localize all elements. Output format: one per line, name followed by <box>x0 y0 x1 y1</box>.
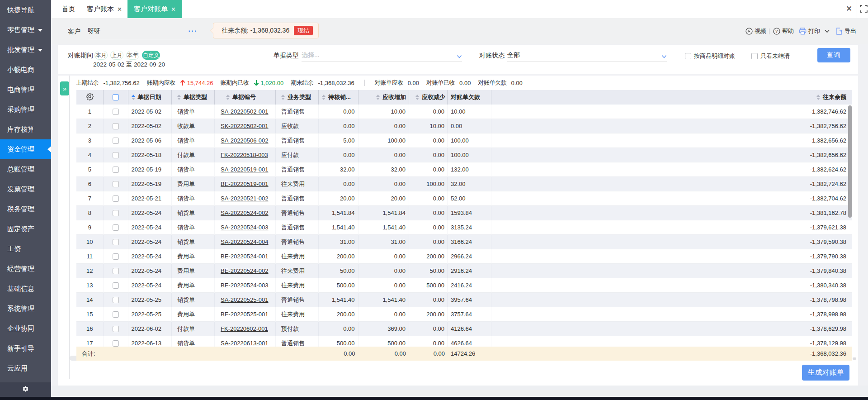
doc-code-link[interactable]: BE-20220519-001 <box>221 181 269 187</box>
tab-close-icon[interactable]: ✕ <box>117 6 122 12</box>
status-select[interactable]: 全部 <box>507 48 667 62</box>
row-checkbox[interactable] <box>113 210 119 216</box>
sidebar-item-label: 总账管理 <box>7 165 34 173</box>
sidebar-item-11[interactable]: 税务管理 <box>0 199 51 219</box>
sidebar-item-4[interactable]: 小畅电商 <box>0 60 51 80</box>
period-option-3[interactable]: 本年 <box>126 51 139 60</box>
doc-code-link[interactable]: SA-20220502-001 <box>221 108 269 115</box>
by-product-checkbox[interactable]: 按商品明细对账 <box>685 52 735 60</box>
sort-icon[interactable] <box>281 95 285 100</box>
doc-code-link[interactable]: FK-20220518-003 <box>221 152 268 158</box>
doc-code-link[interactable]: SA-20220524-002 <box>221 210 269 216</box>
doc-code-link[interactable]: SA-20220524-004 <box>221 238 269 245</box>
sidebar-item-13[interactable]: 工资 <box>0 239 51 259</box>
period-option-4[interactable]: 自定义 <box>142 51 160 60</box>
sort-icon[interactable] <box>177 95 181 100</box>
sidebar-item-18[interactable]: 新手引导 <box>0 338 51 358</box>
sort-icon[interactable] <box>376 95 380 100</box>
select-all-checkbox[interactable] <box>113 94 119 100</box>
sort-icon[interactable] <box>415 95 419 100</box>
doc-code-link[interactable]: SA-20220521-002 <box>221 195 269 202</box>
sidebar-item-14[interactable]: 经营管理 <box>0 259 51 279</box>
close-page-icon[interactable]: ✕ <box>842 2 856 16</box>
row-checkbox[interactable] <box>113 253 119 260</box>
sidebar-item-1[interactable]: 快捷导航 <box>0 0 51 20</box>
doc-code-link[interactable]: BE-20220524-002 <box>221 267 269 274</box>
period-option-1[interactable]: 本月 <box>94 51 108 60</box>
running-balance: -1,382,624.62 <box>810 166 846 173</box>
customer-input[interactable]: 呀呀 ··· <box>88 22 200 40</box>
sort-icon[interactable] <box>816 95 820 100</box>
row-checkbox[interactable] <box>113 340 119 347</box>
tab-3[interactable]: 客户对账单✕ <box>127 0 182 18</box>
sort-icon[interactable] <box>322 95 326 100</box>
export-button[interactable]: 导出 <box>835 27 856 35</box>
cash-settle-badge[interactable]: 现结 <box>294 26 313 35</box>
sidebar-item-12[interactable]: 固定资产 <box>0 219 51 239</box>
row-checkbox[interactable] <box>113 109 119 115</box>
doc-code-link[interactable]: SA-20220525-001 <box>221 296 269 303</box>
tab-close-icon[interactable]: ✕ <box>171 6 176 12</box>
query-button[interactable]: 查询 <box>817 48 850 62</box>
row-checkbox[interactable] <box>113 195 119 202</box>
sidebar-item-9[interactable]: 总账管理 <box>0 159 51 179</box>
sidebar-item-10[interactable]: 发票管理 <box>0 179 51 199</box>
doc-code-link[interactable]: SK-20220502-001 <box>221 123 269 129</box>
expand-sidebar-button[interactable]: » <box>60 81 69 95</box>
doc-code-link[interactable]: SA-20220524-003 <box>221 224 269 231</box>
print-button[interactable]: 打印 <box>799 27 830 35</box>
doc-code-link[interactable]: SA-20220519-001 <box>221 166 269 173</box>
sidebar-item-8[interactable]: 资金管理 <box>0 139 51 159</box>
row-checkbox[interactable] <box>113 268 119 274</box>
doc-code-link[interactable]: SA-20220506-002 <box>221 137 269 144</box>
doc-code-link[interactable]: BE-20220524-003 <box>221 282 269 289</box>
sidebar-settings-button[interactable] <box>0 382 51 397</box>
sidebar-item-15[interactable]: 基础信息 <box>0 279 51 299</box>
column-settings-gear-icon[interactable] <box>86 93 94 102</box>
row-checkbox[interactable] <box>113 326 119 332</box>
sidebar-item-6[interactable]: 采购管理 <box>0 100 51 119</box>
doc-type-select[interactable]: 选择... <box>302 48 462 62</box>
row-checkbox[interactable] <box>113 181 119 187</box>
sidebar-item-5[interactable]: 电商管理 <box>0 80 51 100</box>
sidebar-item-7[interactable]: 库存核算 <box>0 119 51 139</box>
tab-1[interactable]: 首页 <box>56 0 81 18</box>
sidebar-item-16[interactable]: 系统管理 <box>0 299 51 319</box>
sort-icon[interactable] <box>132 95 135 100</box>
vertical-scrollbar-thumb[interactable] <box>848 105 852 218</box>
date-range[interactable]: 2022-05-02 至 2022-09-20 <box>93 61 165 69</box>
fullscreen-icon[interactable] <box>860 5 868 13</box>
doc-code-link[interactable]: FK-20220602-001 <box>221 325 268 332</box>
tab-2[interactable]: 客户账本✕ <box>81 0 127 18</box>
doc-code-link[interactable]: BE-20220524-001 <box>221 253 269 260</box>
row-checkbox[interactable] <box>113 123 119 129</box>
sidebar-item-3[interactable]: 批发管理 <box>0 40 51 60</box>
customer-label: 客户 <box>68 18 80 44</box>
row-checkbox[interactable] <box>113 239 119 245</box>
period-option-2[interactable]: 上月 <box>110 51 123 60</box>
row-checkbox[interactable] <box>113 224 119 231</box>
video-button[interactable]: 视频 <box>745 27 766 35</box>
row-checkbox[interactable] <box>113 138 119 144</box>
sidebar-item-17[interactable]: 企业协同 <box>0 319 51 338</box>
sidebar-item-19[interactable]: 云应用 <box>0 358 51 378</box>
customer-picker-dots[interactable]: ··· <box>189 23 198 39</box>
row-checkbox[interactable] <box>113 311 119 318</box>
help-button[interactable]: ? 帮助 <box>773 27 794 35</box>
biz-type: 往来费用 <box>281 281 305 290</box>
running-balance: -1,382,704.62 <box>810 195 846 202</box>
row-checkbox[interactable] <box>113 167 119 173</box>
sort-icon[interactable] <box>226 95 230 100</box>
table-row: 112022-05-24费用单BE-20220524-001往来费用200.00… <box>76 249 852 264</box>
row-checkbox[interactable] <box>113 282 119 289</box>
doc-code-link[interactable]: SA-20220613-001 <box>221 340 269 347</box>
generate-statement-button[interactable]: 生成对账单 <box>802 365 849 381</box>
table-row: 62022-05-19费用单BE-20220519-001往来费用0.000.0… <box>76 177 852 191</box>
print-dropdown-chevron-icon[interactable] <box>825 29 830 33</box>
doc-code-link[interactable]: BE-20220525-001 <box>221 311 269 318</box>
sidebar-item-2[interactable]: 零售管理 <box>0 20 51 40</box>
summary-label: 账期内应收 <box>147 79 175 87</box>
unsettled-checkbox[interactable]: 只看未结清 <box>751 52 790 60</box>
row-checkbox[interactable] <box>113 297 119 303</box>
row-checkbox[interactable] <box>113 152 119 158</box>
